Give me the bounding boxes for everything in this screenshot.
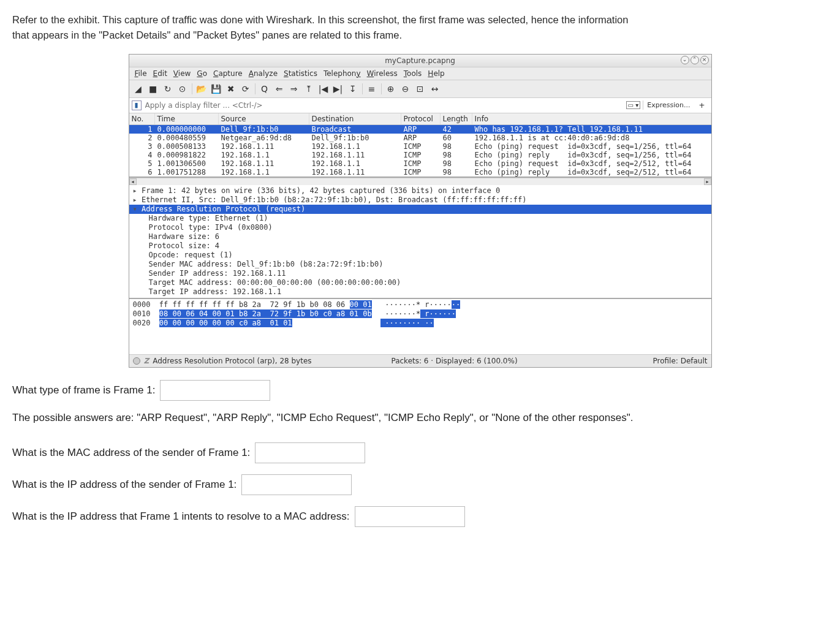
details-target-ip[interactable]: Target IP address: 192.168.1.1	[129, 287, 711, 297]
add-filter-button[interactable]: +	[695, 101, 708, 110]
col-header-protocol[interactable]: Protocol	[401, 113, 441, 124]
prev-icon[interactable]: ⇐	[273, 82, 286, 96]
bytes-line-2[interactable]: 0020 00 00 00 00 00 00 c0 a8 01 01 ·····…	[133, 319, 708, 328]
details-frame-summary[interactable]: Frame 1: 42 bytes on wire (336 bits), 42…	[129, 186, 711, 195]
packet-row[interactable]: 61.001751288192.168.1.1192.168.1.11ICMP9…	[129, 168, 711, 176]
close-file-icon[interactable]: ✖	[224, 82, 238, 96]
question-2-input[interactable]	[255, 442, 365, 463]
window-titlebar: myCapture.pcapng ⌄ ⌃ ×	[129, 55, 711, 67]
save-file-icon[interactable]: 💾	[210, 82, 223, 96]
wireshark-window: myCapture.pcapng ⌄ ⌃ × File Edit View Go…	[129, 54, 712, 368]
separator	[362, 83, 363, 94]
menu-edit[interactable]: Edit	[151, 69, 169, 78]
expression-button[interactable]: Expression...	[643, 101, 692, 110]
details-ethernet-summary[interactable]: Ethernet II, Src: Dell_9f:1b:b0 (b8:2a:7…	[129, 195, 711, 205]
status-z-icon: Z	[144, 357, 149, 365]
close-icon[interactable]: ×	[700, 56, 709, 64]
scroll-left-icon[interactable]: ◂	[129, 178, 137, 185]
question-4-label: What is the IP address that Frame 1 inte…	[12, 510, 350, 523]
menu-view[interactable]: View	[172, 69, 192, 78]
last-packet-icon[interactable]: ▶|	[331, 82, 345, 96]
autoscroll-icon[interactable]: ↧	[346, 82, 360, 96]
question-3-label: What is the IP address of the sender of …	[12, 479, 236, 491]
stop-capture-icon[interactable]: ■	[146, 82, 160, 96]
jump-icon[interactable]: ⤒	[302, 82, 316, 96]
details-opcode[interactable]: Opcode: request (1)	[129, 251, 711, 260]
intro-line-1: Refer to the exhibit. This capture of tr…	[12, 14, 628, 25]
status-bar: Z Address Resolution Protocol (arp), 28 …	[129, 354, 711, 367]
packet-row[interactable]: 10.000000000Dell_9f:1b:b0BroadcastARP42W…	[129, 125, 711, 134]
bytes-line-0[interactable]: 0000 ff ff ff ff ff ff b8 2a 72 9f 1b b0…	[133, 300, 708, 309]
toolbar: ◢ ■ ↻ ⊙ 📂 💾 ✖ ⟳ Q ⇐ ⇒ ⤒ |◀ ▶| ↧ ≡ ⊕ ⊖ ⊡ …	[129, 80, 711, 98]
find-icon[interactable]: Q	[258, 82, 271, 96]
details-sender-mac[interactable]: Sender MAC address: Dell_9f:1b:b0 (b8:2a…	[129, 260, 711, 269]
question-4-input[interactable]	[355, 506, 465, 527]
packet-list-pane: No. Time Source Destination Protocol Len…	[129, 113, 711, 178]
expert-info-icon[interactable]	[133, 357, 140, 365]
menu-tools[interactable]: Tools	[402, 69, 424, 78]
zoom-out-icon[interactable]: ⊖	[399, 82, 412, 96]
start-capture-icon[interactable]: ◢	[132, 82, 145, 96]
scroll-right-icon[interactable]: ▸	[704, 178, 711, 185]
colorize-icon[interactable]: ≡	[365, 82, 379, 96]
packet-row[interactable]: 51.001306500192.168.1.11192.168.1.1ICMP9…	[129, 159, 711, 168]
menu-wireless[interactable]: Wireless	[365, 69, 399, 78]
menu-file[interactable]: File	[133, 69, 149, 78]
question-1-input[interactable]	[160, 380, 270, 401]
display-filter-input[interactable]	[142, 99, 626, 112]
details-target-mac[interactable]: Target MAC address: 00:00:00_00:00:00 (0…	[129, 278, 711, 287]
zoom-reset-icon[interactable]: ⊡	[414, 82, 427, 96]
col-header-info[interactable]: Info	[472, 113, 711, 124]
question-1-label: What type of frame is Frame 1:	[12, 384, 155, 396]
next-icon[interactable]: ⇒	[287, 82, 301, 96]
window-title: myCapture.pcapng	[385, 56, 455, 65]
minimize-icon[interactable]: ⌄	[681, 56, 689, 64]
intro-text: Refer to the exhibit. This capture of tr…	[12, 12, 828, 43]
first-packet-icon[interactable]: |◀	[317, 82, 330, 96]
separator	[255, 83, 255, 94]
col-header-length[interactable]: Length	[441, 113, 472, 124]
restart-capture-icon[interactable]: ↻	[161, 82, 175, 96]
capture-options-icon[interactable]: ⊙	[176, 82, 189, 96]
display-filter-bar: ▮ ▭ ▾ Expression... +	[129, 98, 711, 113]
menu-analyze[interactable]: Analyze	[247, 69, 279, 78]
packet-list-scrollbar[interactable]: ◂ ▸	[129, 178, 711, 185]
intro-line-2: that appears in the "Packet Details" and…	[12, 29, 402, 40]
col-header-no[interactable]: No.	[129, 113, 155, 124]
possible-answers-text: The possible answers are: "ARP Request",…	[12, 412, 828, 424]
details-protocol-size[interactable]: Protocol size: 4	[129, 241, 711, 251]
bytes-line-1[interactable]: 0010 08 00 06 04 00 01 b8 2a 72 9f 1b b0…	[133, 309, 708, 319]
menu-telephony[interactable]: Telephony	[322, 69, 363, 78]
separator	[381, 83, 382, 94]
packet-row[interactable]: 40.000981822192.168.1.1192.168.1.11ICMP9…	[129, 151, 711, 159]
packet-row[interactable]: 30.000508133192.168.1.11192.168.1.1ICMP9…	[129, 142, 711, 151]
details-hardware-type[interactable]: Hardware type: Ethernet (1)	[129, 214, 711, 223]
status-profile[interactable]: Profile: Default	[597, 357, 708, 365]
maximize-icon[interactable]: ⌃	[691, 56, 699, 64]
packet-row[interactable]: 20.000480559Netgear_a6:9d:d8Dell_9f:1b:b…	[129, 134, 711, 142]
col-header-source[interactable]: Source	[219, 113, 309, 124]
reload-icon[interactable]: ⟳	[239, 82, 252, 96]
question-3-input[interactable]	[241, 474, 352, 495]
open-file-icon[interactable]: 📂	[195, 82, 208, 96]
menu-statistics[interactable]: Statistics	[282, 69, 319, 78]
status-left-text: Address Resolution Protocol (arp), 28 by…	[153, 357, 311, 365]
separator	[192, 83, 192, 94]
details-protocol-type[interactable]: Protocol type: IPv4 (0x0800)	[129, 223, 711, 232]
bookmark-filter-icon[interactable]: ▮	[132, 101, 142, 110]
resize-columns-icon[interactable]: ↔	[428, 82, 442, 96]
menu-go[interactable]: Go	[195, 69, 209, 78]
zoom-in-icon[interactable]: ⊕	[384, 82, 398, 96]
col-header-time[interactable]: Time	[155, 113, 219, 124]
col-header-destination[interactable]: Destination	[309, 113, 401, 124]
details-arp-summary[interactable]: Address Resolution Protocol (request)	[129, 205, 711, 214]
packet-bytes-pane: 0000 ff ff ff ff ff ff b8 2a 72 9f 1b b0…	[129, 299, 711, 354]
menu-bar: File Edit View Go Capture Analyze Statis…	[129, 67, 711, 80]
packet-details-pane: Frame 1: 42 bytes on wire (336 bits), 42…	[129, 185, 711, 299]
filter-history-icon[interactable]: ▭ ▾	[626, 101, 641, 109]
details-sender-ip[interactable]: Sender IP address: 192.168.1.11	[129, 269, 711, 278]
menu-help[interactable]: Help	[426, 69, 446, 78]
details-hardware-size[interactable]: Hardware size: 6	[129, 232, 711, 241]
status-center-text: Packets: 6 · Displayed: 6 (100.0%)	[312, 357, 597, 365]
menu-capture[interactable]: Capture	[211, 69, 244, 78]
